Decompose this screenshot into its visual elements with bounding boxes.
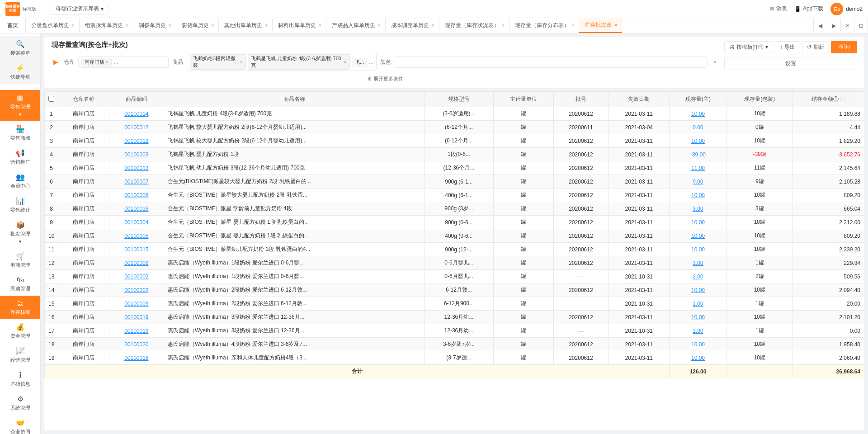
cell-code[interactable]: 00100005	[109, 229, 164, 243]
cell-code[interactable]: 00100013	[109, 161, 164, 175]
sidebar-item-system[interactable]: ⚙ 系统管理	[0, 391, 40, 415]
cell-code[interactable]: 00100002	[109, 270, 164, 283]
tab-item-10[interactable]: 现存量（库存分布表） ×	[509, 18, 580, 33]
balance-help-icon[interactable]: ⓘ	[840, 96, 845, 102]
product-tag-2[interactable]: 飞鹤星飞帆 儿童奶粉 4段(3-6岁适用) 700克 ×	[248, 54, 350, 70]
tab-close-1[interactable]: ×	[72, 23, 75, 28]
tab-close-2[interactable]: ×	[126, 23, 128, 28]
sidebar-item-retail-stats[interactable]: 📊 零售统计	[0, 193, 40, 217]
warehouse-filter[interactable]: 南岸门店 × ...	[78, 56, 169, 68]
cell-code[interactable]: 00100012	[109, 134, 164, 148]
cell-code[interactable]: 00100019	[109, 324, 164, 338]
tab-close-8[interactable]: ×	[432, 23, 434, 28]
tab-close-current[interactable]: ×	[841, 18, 854, 33]
product-tag-more[interactable]: 飞...	[352, 58, 367, 66]
cell-code[interactable]: 00100003	[109, 148, 164, 161]
tab-home[interactable]: 首页	[0, 18, 26, 33]
tab-scroll-right[interactable]: ▶	[827, 18, 841, 33]
workspace-selector[interactable]: 母婴行业演示库表 ▾	[51, 3, 108, 15]
tab-close-11[interactable]: ×	[614, 23, 617, 28]
tab-item-2[interactable]: 组装拆卸单历史 ×	[80, 18, 133, 33]
app-download-btn[interactable]: 📱 App下载	[794, 5, 823, 13]
export-btn[interactable]: ↑ 导出	[775, 41, 800, 53]
cell-qty-main[interactable]: 10.00	[670, 216, 726, 229]
cell-code[interactable]: 00100018	[109, 351, 164, 365]
tab-item-1[interactable]: 分量盘点单历史 ×	[26, 18, 80, 33]
expand-more-btn[interactable]: ⊕ 展开更多条件	[364, 74, 407, 84]
cell-qty-main[interactable]: 3.00	[670, 202, 726, 216]
filter-expand-arrow[interactable]: ▶	[52, 57, 60, 67]
cell-qty-main[interactable]: 9.00	[670, 175, 726, 189]
sidebar-item-finance[interactable]: 💰 资金管理	[0, 319, 40, 343]
sidebar-item-collab[interactable]: 🤝 企业协同	[0, 415, 40, 434]
cell-qty-main[interactable]: 10.00	[670, 107, 726, 121]
tab-close-4[interactable]: ×	[212, 23, 214, 28]
tab-item-5[interactable]: 其他出库单历史 ×	[219, 18, 273, 33]
product-tag-1[interactable]: 飞鹤奶粉3段丙罐撒装 ×	[190, 54, 246, 70]
message-btn[interactable]: ✉ 消息	[770, 5, 787, 13]
product-filter[interactable]: 飞鹤奶粉3段丙罐撒装 × 飞鹤星飞帆 儿童奶粉 4段(3-6岁适用) 700克 …	[187, 53, 377, 71]
sidebar-item-wholesale[interactable]: 📦 批发管理 ▾	[0, 217, 40, 248]
cell-qty-main[interactable]: 10.00	[670, 351, 726, 365]
refresh-btn[interactable]: ↺ 刷新	[802, 41, 829, 53]
select-all-checkbox[interactable]	[48, 96, 54, 102]
tab-scroll-left[interactable]: ◀	[814, 18, 827, 33]
tab-close-10[interactable]: ×	[572, 23, 575, 28]
settings-btn[interactable]: 设置	[724, 57, 857, 70]
tab-close-5[interactable]: ×	[265, 23, 268, 28]
cell-qty-main[interactable]: 1.00	[670, 324, 726, 338]
color-filter[interactable]	[395, 56, 708, 68]
tab-item-7[interactable]: 产成品入库单历史 ×	[326, 18, 386, 33]
cell-code[interactable]: 00100002	[109, 256, 164, 270]
cell-qty-main[interactable]: 11.00	[670, 161, 726, 175]
sidebar-item-basic-info[interactable]: ℹ 基础信息	[0, 367, 40, 391]
cell-qty-main[interactable]: 10.00	[670, 134, 726, 148]
sidebar-item-marketing[interactable]: 📢 营销推广	[0, 145, 40, 169]
cell-code[interactable]: 00100007	[109, 175, 164, 189]
sidebar-item-ecommerce[interactable]: 🛒 电商管理	[0, 248, 40, 272]
sidebar-item-inventory[interactable]: 🗂 库存核算	[0, 296, 40, 319]
query-btn[interactable]: 查询	[831, 41, 857, 53]
cell-qty-main[interactable]: 1.00	[670, 256, 726, 270]
tab-item-6[interactable]: 材料出库单历史 ×	[273, 18, 326, 33]
sidebar-item-retail-shop[interactable]: 🏪 零售商城	[0, 121, 40, 145]
cell-qty-main[interactable]: 1.00	[670, 297, 726, 311]
tab-close-6[interactable]: ×	[319, 23, 321, 28]
cell-qty-main[interactable]: 10.00	[670, 338, 726, 351]
cell-code[interactable]: 00100008	[109, 189, 164, 202]
table-scroll[interactable]: 仓库名称 商品编码 商品名称 规格型号	[44, 91, 864, 430]
cell-code[interactable]: 00100004	[109, 216, 164, 229]
tab-item-3[interactable]: 调拨单历史 ×	[133, 18, 176, 33]
cell-code[interactable]: 00100014	[109, 107, 164, 121]
cell-qty-main[interactable]: 2.00	[670, 270, 726, 283]
tab-menu[interactable]: ⊡	[854, 18, 868, 33]
tab-item-9[interactable]: 现存量（库存状况表） ×	[439, 18, 509, 33]
cell-code[interactable]: 00100016	[109, 202, 164, 216]
sidebar-item-retail-mgmt[interactable]: ▦ 零售管理 ▾	[0, 90, 40, 121]
cell-qty-main[interactable]: 10.00	[670, 243, 726, 256]
sidebar-item-operations[interactable]: 📈 经营管理	[0, 343, 40, 367]
cell-qty-main[interactable]: 10.00	[670, 189, 726, 202]
cell-qty-main[interactable]: 0.00	[670, 121, 726, 134]
warehouse-tag[interactable]: 南岸门店 ×	[81, 58, 112, 66]
color-dropdown[interactable]: ▾	[711, 59, 719, 66]
product-more[interactable]: ...	[369, 59, 373, 65]
cell-code[interactable]: 00100012	[109, 121, 164, 134]
cell-code[interactable]: 00100002	[109, 283, 164, 297]
tab-close-9[interactable]: ×	[502, 23, 505, 28]
sidebar-item-purchase[interactable]: 🛍 采购管理	[0, 272, 40, 296]
cell-qty-main[interactable]: 10.00	[670, 283, 726, 297]
cell-qty-main[interactable]: -39.00	[670, 148, 726, 161]
warehouse-more[interactable]: ...	[113, 59, 118, 65]
cell-qty-main[interactable]: 10.00	[670, 311, 726, 324]
cell-code[interactable]: 00100009	[109, 297, 164, 311]
cell-qty-main[interactable]: 10.00	[670, 229, 726, 243]
tab-close-7[interactable]: ×	[378, 23, 381, 28]
cell-code[interactable]: 00100020	[109, 338, 164, 351]
tab-close-3[interactable]: ×	[169, 23, 171, 28]
sidebar-quick-nav[interactable]: ⚡ 快捷导航	[0, 60, 40, 84]
cell-code[interactable]: 00100015	[109, 243, 164, 256]
sidebar-item-member[interactable]: 👥 会员中心	[0, 169, 40, 193]
tab-item-4[interactable]: 要货单历史 ×	[176, 18, 219, 33]
print-btn[interactable]: 🖨 按模板打印 ▾	[724, 41, 773, 53]
